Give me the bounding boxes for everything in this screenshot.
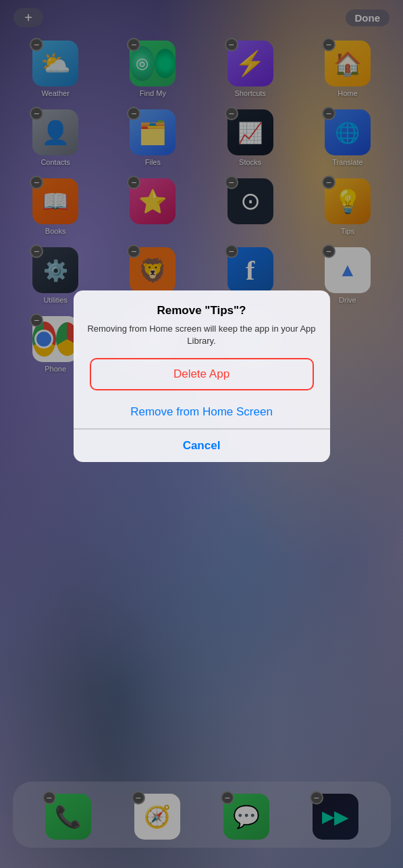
alert-title: Remove "Tips"? [87, 304, 317, 317]
alert-dialog: Remove "Tips"? Removing from Home screen… [74, 290, 330, 462]
alert-content: Remove "Tips"? Removing from Home screen… [74, 290, 330, 347]
delete-app-button[interactable]: Delete App [90, 358, 314, 390]
alert-overlay: Remove "Tips"? Removing from Home screen… [0, 0, 403, 868]
alert-message: Removing from Home screen will keep the … [87, 323, 317, 347]
remove-from-homescreen-button[interactable]: Remove from Home Screen [74, 396, 330, 429]
cancel-button[interactable]: Cancel [74, 430, 330, 462]
